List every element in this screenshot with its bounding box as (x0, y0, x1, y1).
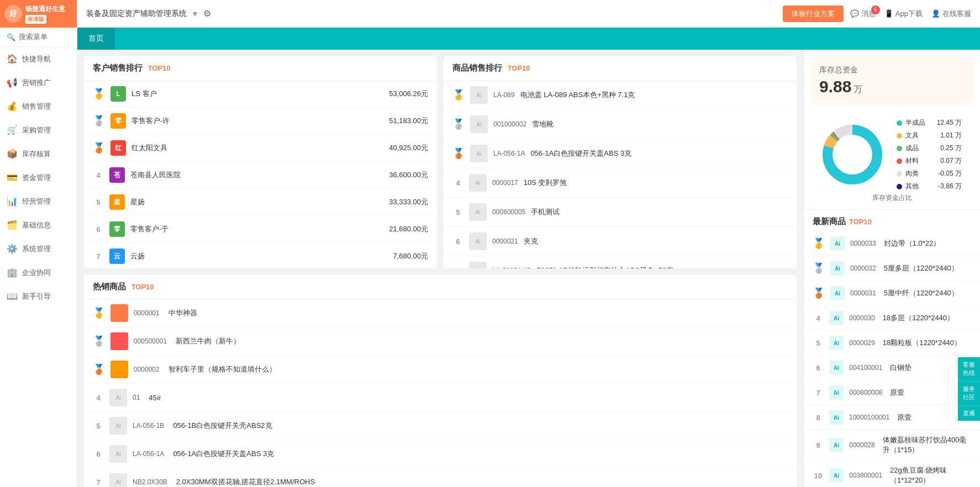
customer-amount-7: 7,680.00元 (393, 251, 428, 261)
sidebar-item-finance[interactable]: 💳 资金管理 (0, 166, 77, 189)
product-img-placeholder: Ai (470, 115, 488, 133)
search-menu-label: 搜索菜单 (19, 32, 48, 42)
sidebar-item-system[interactable]: ⚙️ 系统管理 (0, 237, 77, 261)
product-name-4: 10S 变刹罗煞 (524, 178, 788, 188)
search-menu-item[interactable]: 🔍 搜索菜单 (0, 28, 77, 47)
product-name-2: 雪地靴 (532, 119, 788, 129)
donut-chart (819, 121, 886, 188)
sidebar-item-guide[interactable]: 📖 新手引导 (0, 284, 77, 308)
sidebar-item-sales[interactable]: 💰 销售管理 (0, 94, 77, 118)
legend-item-4: 材料 0.07 万 (897, 156, 962, 166)
product-code-3: LA-056-1A (493, 150, 525, 157)
product-name-5: 手机测试 (531, 207, 788, 217)
basic-info-icon: 🗂️ (7, 220, 18, 230)
customer-ranking-card: 客户销售排行 TOP10 🥇 L LS 客户 53,006.26元 (84, 56, 437, 268)
list-item: 4 Ai 0000030 18多层（1220*2440） (804, 306, 980, 331)
customer-ranking-subtitle: TOP10 (148, 64, 171, 72)
topbar: 装备及固定资产辅助管理系统 ▼ ⚙ 体验行业方案 💬 消息 6 📱 App下载 … (77, 0, 980, 28)
main-container: 装备及固定资产辅助管理系统 ▼ ⚙ 体验行业方案 💬 消息 6 📱 App下载 … (77, 0, 980, 487)
ai-label: Ai (477, 151, 482, 157)
dropdown-icon[interactable]: ▼ (191, 9, 199, 18)
system-title: 装备及固定资产辅助管理系统 (86, 9, 187, 19)
new-name-2: 5厘多层（1220*2440） (884, 263, 971, 273)
hot-name-1: 中华神器 (168, 308, 788, 318)
product-code-5: 000800005 (492, 208, 525, 216)
new-products-header: 最新商品 TOP10 (804, 210, 980, 231)
sidebar-item-purchase[interactable]: 🛒 采购管理 (0, 118, 77, 142)
product-code-2: 001000002 (493, 120, 526, 128)
customer-name-3: 红太阳文具 (131, 143, 383, 153)
list-item: 5 Ai LA-056-1B 056-1B白色按键开关壳ABS2克 (84, 412, 797, 440)
new-code-10: 003800001 (849, 472, 882, 479)
hot-product-img-3 (110, 361, 128, 378)
rank-medal-3: 🥉 (93, 142, 105, 154)
table-row: 4 苍 苍南县人民医院 36,600.00元 (84, 162, 437, 189)
avatar: 零 (109, 221, 125, 237)
customer-name-6: 零售客户-于 (130, 224, 383, 234)
customer-ranking-title-text: 客户销售排行 (93, 63, 143, 72)
legend-item-6: 其他 -3.86 万 (897, 182, 962, 191)
table-row: 6 Ai 0000021 夹克 (444, 227, 797, 256)
float-btn-live[interactable]: 直播 (958, 406, 980, 421)
sidebar-item-basic-info[interactable]: 🗂️ 基础信息 (0, 213, 77, 237)
hot-code-7: NB2.0X30B (133, 478, 167, 486)
chart-legend: 半成品 12.45 万 文具 1.01 万 成品 0.25 万 (897, 118, 962, 191)
sidebar-item-label-4: 库存核算 (22, 149, 51, 159)
logo-icon: 好 (4, 5, 22, 23)
system-icon: ⚙️ (7, 244, 18, 254)
product-ranking-card: 商品销售排行 TOP10 🥇 Ai LA-089 电池盖 LA-089 ABS本… (444, 56, 797, 268)
online-service-button[interactable]: 👤 在线客服 (931, 9, 971, 19)
new-code-9: 0000028 (849, 441, 875, 449)
prod-rank-7: 7 (452, 267, 463, 269)
operations-icon: 📊 (7, 196, 18, 207)
hot-code-3: 0000002 (134, 366, 160, 373)
sidebar-item-operations[interactable]: 📊 经营管理 (0, 189, 77, 213)
prod-rank-5: 5 (452, 208, 463, 216)
sidebar-item-quick-nav[interactable]: 🏠 快捷导航 (0, 47, 77, 71)
app-download-button[interactable]: 📱 App下载 (884, 9, 923, 19)
navbar: 首页 (77, 28, 980, 50)
list-item: 4 Ai 01 45# (84, 384, 797, 412)
sidebar-item-enterprise[interactable]: 🏢 企业协同 (0, 261, 77, 284)
legend-item-2: 文具 1.01 万 (897, 131, 962, 140)
table-row: 🥈 Ai 001000002 雪地靴 (444, 110, 797, 139)
nav-item-home[interactable]: 首页 (77, 28, 115, 50)
new-code-3: 0000031 (850, 289, 876, 297)
product-img-placeholder: Ai (469, 262, 487, 268)
float-btn-service[interactable]: 客服热线 (958, 357, 980, 382)
floating-buttons: 客服热线 服务社区 直播 (958, 357, 980, 421)
message-button[interactable]: 💬 消息 6 (850, 9, 876, 19)
customer-amount-2: 51,183.00元 (389, 116, 428, 126)
new-name-5: 18颗粒板（1220*2440） (883, 338, 971, 348)
sidebar-item-inventory[interactable]: 📦 库存核算 (0, 142, 77, 166)
ai-label: Ai (477, 121, 482, 128)
product-img-placeholder: Ai (469, 232, 487, 250)
sidebar-item-label-9: 企业协同 (22, 268, 51, 278)
new-rank-5: 5 (813, 339, 824, 347)
rank-medal-1: 🥇 (93, 88, 105, 100)
product-name-3: 056-1A白色按键开关盖ABS 3克 (530, 149, 788, 158)
prod-rank-6: 6 (452, 237, 463, 246)
sidebar-item-marketing[interactable]: 📢 营销推广 (0, 71, 77, 94)
list-item: 🥇 Ai 0000033 封边带（1.0*22） (804, 231, 980, 256)
hot-product-img-7: Ai (109, 473, 127, 487)
product-code-7: LA-59651-1B (492, 267, 531, 268)
avatar: 星 (109, 194, 125, 210)
settings-icon[interactable]: ⚙ (203, 8, 211, 19)
logo-text-block: 畅捷通好生意 标准版 (25, 4, 65, 24)
new-code-5: 0000029 (849, 339, 875, 347)
trial-button[interactable]: 体验行业方案 (783, 6, 844, 22)
home-icon: 🏠 (7, 54, 18, 64)
legend-item-3: 成品 0.25 万 (897, 144, 962, 153)
legend-label-6: 其他 (905, 182, 919, 191)
rank-medal-2: 🥈 (93, 115, 105, 127)
new-product-img-2: Ai (830, 261, 845, 276)
ai-label: Ai (476, 209, 481, 215)
sidebar-item-label-8: 系统管理 (22, 244, 51, 254)
float-btn-community[interactable]: 服务社区 (958, 382, 980, 406)
inventory-icon: 📦 (7, 149, 18, 159)
new-name-10: 22g鱼豆腐·烧烤味（1*12*20） (890, 465, 971, 485)
product-img-placeholder: Ai (470, 145, 488, 162)
hot-product-img-1 (110, 304, 128, 322)
product-code-4: 0000017 (492, 179, 518, 187)
